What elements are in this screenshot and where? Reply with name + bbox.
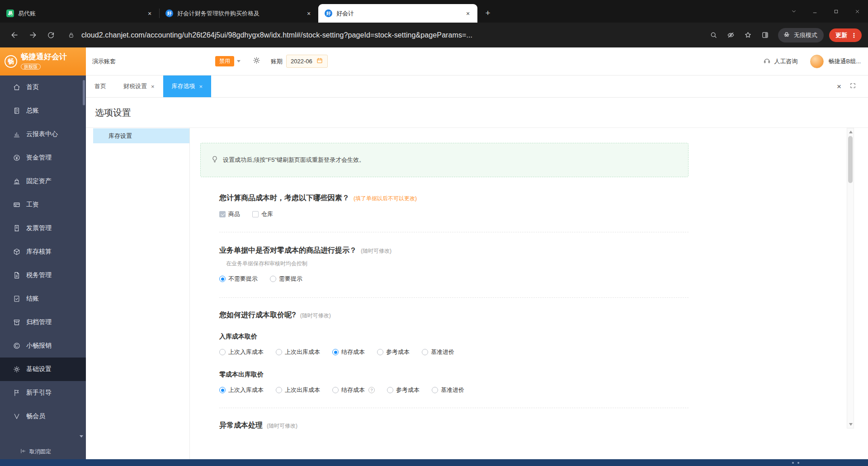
radio-option-last-outbound-cost[interactable]: 上次出库成本 — [276, 348, 320, 356]
headset-icon — [763, 56, 771, 66]
radio-icon — [270, 276, 276, 282]
browser-menu-icon[interactable]: ⋮ — [851, 32, 857, 39]
radio-option-last-outbound-cost[interactable]: 上次出库成本 — [276, 386, 320, 394]
browser-update-button[interactable]: 更新 ⋮ — [829, 28, 862, 42]
question-title: 异常成本处理 — [219, 421, 263, 430]
period-picker[interactable]: 2022-06 — [286, 55, 328, 68]
radio-option-no-prompt[interactable]: 不需要提示 — [219, 275, 258, 283]
chevron-down-icon[interactable] — [237, 60, 241, 62]
bookmark-star-icon[interactable] — [740, 28, 755, 43]
refresh-icon[interactable] — [42, 27, 59, 43]
close-all-icon[interactable]: × — [837, 83, 841, 90]
radio-option-prompt[interactable]: 需要提示 — [270, 275, 302, 283]
sidebar-item-funds[interactable]: 资金管理 — [0, 146, 86, 169]
radio-option-reference-cost[interactable]: 参考成本 — [377, 348, 410, 356]
sidebar-item-fixed-assets[interactable]: 固定资产 — [0, 169, 86, 193]
sidebar-item-guide[interactable]: 新手引导 — [0, 381, 86, 405]
question-title: 您如何进行成本取价呢? — [219, 311, 296, 320]
tab-search-chevron-icon[interactable] — [783, 0, 804, 23]
screen: 易 易代账 × 好 好会计财务管理软件购买价格及 × 好 好会计 × + — [0, 0, 868, 466]
scroll-down-icon[interactable] — [849, 423, 853, 426]
tracking-prevention-icon[interactable] — [723, 28, 738, 43]
radio-option-last-inbound-cost[interactable]: 上次入库成本 — [219, 348, 264, 356]
sidebar-item-settings[interactable]: 基础设置 — [0, 358, 86, 381]
close-icon[interactable]: × — [151, 84, 155, 89]
sidebar-item-home[interactable]: 首页 — [0, 75, 86, 99]
scroll-up-icon[interactable] — [849, 131, 853, 133]
avatar[interactable] — [810, 55, 824, 68]
checkbox-option-warehouse[interactable]: 仓库 — [252, 210, 273, 218]
sidebar-item-tax[interactable]: 税务管理 — [0, 264, 86, 287]
sidebar-item-closing[interactable]: 结账 — [0, 287, 86, 311]
browser-tab-haokuaiji-active[interactable]: 好 好会计 × — [318, 4, 477, 23]
window-minimize-button[interactable] — [804, 0, 826, 23]
support-link[interactable]: 人工咨询 — [763, 56, 797, 66]
radio-icon — [332, 387, 339, 393]
sidebar-item-invoices[interactable]: 发票管理 — [0, 217, 86, 240]
help-icon[interactable]: ? — [368, 387, 375, 393]
window-maximize-button[interactable] — [826, 0, 847, 23]
member-icon — [13, 412, 21, 420]
radio-option-balance-cost[interactable]: 结存成本 ? — [332, 386, 375, 394]
sidebar-item-cloud-reports[interactable]: 云报表中心 — [0, 122, 86, 146]
content-scrollbar[interactable] — [847, 128, 854, 428]
tab-close-icon[interactable]: × — [146, 9, 154, 18]
scrollbar-thumb[interactable] — [848, 136, 853, 183]
ws-tab-stock-options[interactable]: 库存选项 × — [163, 75, 212, 97]
incognito-label: 无痕模式 — [794, 31, 817, 39]
browser-tab-haokuaiji-price[interactable]: 好 好会计财务管理软件购买价格及 × — [159, 4, 318, 23]
browser-tab-title: 好会计 — [336, 9, 460, 18]
radio-option-reference-cost[interactable]: 参考成本 — [387, 386, 420, 394]
subnav-item-stock-settings[interactable]: 库存设置 — [93, 128, 189, 143]
question-note: (随时可修改) — [267, 422, 297, 430]
option-label: 基准进价 — [431, 348, 454, 356]
divider — [219, 408, 689, 408]
question-note: (随时可修改) — [361, 247, 392, 255]
sidebar-item-ledger[interactable]: 总账 — [0, 99, 86, 122]
option-label: 结存成本 — [341, 348, 365, 356]
radio-option-base-price[interactable]: 基准进价 — [432, 386, 464, 394]
unpin-button[interactable]: 取消固定 — [0, 444, 86, 459]
sidebar-scroll-down-icon[interactable] — [80, 435, 83, 438]
workspace-body: 库存设置 设置成功后,须按"F5"键刷新页面或重新登录才会生效。 — [86, 128, 868, 459]
fullscreen-icon[interactable] — [849, 82, 856, 91]
ws-tab-actions: × — [837, 75, 868, 97]
tab-close-icon[interactable]: × — [464, 9, 472, 18]
notice-text: 设置成功后,须按"F5"键刷新页面或重新登录才会生效。 — [223, 156, 365, 164]
sidebar-item-reimburse[interactable]: 小畅报销 — [0, 334, 86, 358]
lock-icon[interactable] — [65, 29, 77, 41]
radio-icon — [377, 349, 383, 355]
home-icon — [13, 83, 21, 91]
tab-close-icon[interactable]: × — [305, 9, 313, 18]
sidebar-item-member[interactable]: 畅会员 — [0, 405, 86, 428]
address-bar[interactable]: cloud2.chanjet.com/accounting/uh26t264j5… — [81, 31, 704, 39]
disabled-tag[interactable]: 禁用 — [215, 56, 234, 66]
back-icon[interactable] — [6, 27, 23, 43]
sidebar-item-salary[interactable]: 工资 — [0, 193, 86, 217]
new-tab-button[interactable]: + — [481, 6, 495, 20]
checkbox-option-goods[interactable]: 商品 — [219, 210, 240, 218]
radio-option-last-inbound-cost[interactable]: 上次入库成本 — [219, 386, 264, 394]
header-right: 人工咨询 畅捷通B组... — [763, 55, 868, 68]
sidebar-item-archive[interactable]: 归档管理 — [0, 311, 86, 334]
ws-tab-home[interactable]: 首页 — [86, 75, 115, 97]
user-name[interactable]: 畅捷通B组... — [828, 57, 861, 66]
close-icon[interactable]: × — [199, 84, 203, 89]
option-label: 上次出库成本 — [285, 348, 320, 356]
incognito-badge[interactable]: 无痕模式 — [778, 28, 824, 42]
section-cost-pricing: 您如何进行成本取价呢? (随时可修改) 入库成本取价 上次入库成本 — [219, 311, 689, 408]
window-close-button[interactable] — [847, 0, 868, 23]
sidebar-scrollbar[interactable] — [83, 80, 85, 105]
forward-icon[interactable] — [24, 27, 41, 43]
ws-tab-fiscal-settings[interactable]: 财税设置 × — [115, 75, 163, 97]
settings-gear-icon[interactable] — [252, 56, 261, 66]
radio-selected-icon — [332, 349, 339, 355]
radio-option-balance-cost[interactable]: 结存成本 — [332, 348, 365, 356]
sidebar-item-inventory[interactable]: 库存核算 — [0, 240, 86, 264]
search-icon[interactable] — [706, 28, 721, 43]
question-note: (填了单据以后不可以更改) — [354, 195, 417, 202]
split-screen-icon[interactable] — [757, 28, 773, 43]
browser-tab-yidaizhang[interactable]: 易 易代账 × — [0, 4, 159, 23]
footer-bar — [0, 459, 868, 466]
radio-option-base-price[interactable]: 基准进价 — [422, 348, 454, 356]
